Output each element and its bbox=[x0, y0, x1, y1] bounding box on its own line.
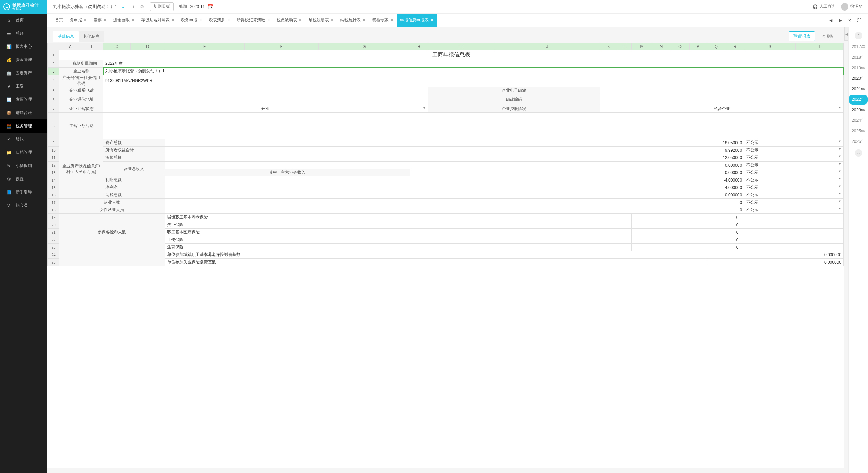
finance-value[interactable]: 0.000000 bbox=[165, 191, 744, 199]
base-value[interactable]: 0.000000 bbox=[707, 259, 843, 266]
tab-next-button[interactable]: ▶ bbox=[835, 16, 845, 25]
status-dropdown[interactable]: 开业 bbox=[103, 105, 428, 113]
finance-value[interactable]: -4.000000 bbox=[165, 176, 744, 184]
row-header[interactable]: 21 bbox=[48, 229, 59, 236]
year-item[interactable]: 2025年 bbox=[849, 126, 868, 136]
insurance-value[interactable]: 0 bbox=[632, 244, 844, 251]
reg-value[interactable]: 91320811MA7NGR2W6R bbox=[103, 75, 844, 87]
tab[interactable]: 首页 bbox=[52, 14, 66, 27]
col-header[interactable]: K bbox=[600, 43, 617, 50]
period-value[interactable]: 2023-11 bbox=[190, 4, 205, 9]
row-header[interactable]: 7 bbox=[48, 105, 59, 113]
close-icon[interactable]: ✕ bbox=[227, 18, 230, 22]
pub-dropdown[interactable]: 不公示 bbox=[744, 162, 844, 169]
sidebar-item-salary[interactable]: ¥工资 bbox=[0, 80, 47, 93]
subtab-basic[interactable]: 基础信息 bbox=[53, 31, 79, 42]
year-item[interactable]: 2019年 bbox=[849, 63, 868, 73]
year-item[interactable]: 2020年 bbox=[849, 74, 868, 83]
calendar-icon[interactable]: 📅 bbox=[208, 4, 213, 10]
sidebar-item-archive[interactable]: 📁归档管理 bbox=[0, 146, 47, 159]
pub-dropdown[interactable]: 不公示 bbox=[744, 184, 844, 191]
pub-dropdown[interactable]: 不公示 bbox=[744, 191, 844, 199]
pub-dropdown[interactable]: 不公示 bbox=[744, 147, 844, 154]
account-selector[interactable]: 刘小艳演示账套（勿删勿动！）1 ⌄ bbox=[53, 4, 129, 10]
row-header[interactable]: 6 bbox=[48, 94, 59, 105]
tab[interactable]: 存货别名对照表✕ bbox=[138, 14, 178, 27]
sidebar-item-stock[interactable]: 📦进销台账 bbox=[0, 106, 47, 119]
row-header[interactable]: 12 bbox=[48, 162, 59, 169]
year-item[interactable]: 2026年 bbox=[849, 137, 868, 147]
close-icon[interactable]: ✕ bbox=[103, 18, 106, 22]
year-up-button[interactable]: ⌃ bbox=[855, 32, 862, 39]
finance-value[interactable]: 18.050000 bbox=[165, 139, 744, 147]
tab[interactable]: 所得税汇算清缴✕ bbox=[233, 14, 273, 27]
tab[interactable]: 纳税波动表✕ bbox=[305, 14, 337, 27]
sidebar-item-asset[interactable]: 🏢固定资产 bbox=[0, 67, 47, 80]
insurance-value[interactable]: 0 bbox=[632, 229, 844, 236]
col-header[interactable]: L bbox=[617, 43, 632, 50]
female-value[interactable]: 0 bbox=[165, 206, 744, 214]
row-header[interactable]: 2 bbox=[48, 60, 59, 68]
email-value[interactable] bbox=[600, 87, 844, 94]
user-menu[interactable]: 徐泽华 bbox=[841, 3, 863, 11]
sidebar-item-settings[interactable]: ⚙设置 bbox=[0, 172, 47, 186]
vertical-scrollbar[interactable] bbox=[844, 27, 848, 473]
col-header[interactable]: F bbox=[244, 43, 318, 50]
tab[interactable]: 发票✕ bbox=[90, 14, 110, 27]
tab[interactable]: 务申报✕ bbox=[66, 14, 90, 27]
row-header[interactable]: 20 bbox=[48, 221, 59, 229]
year-item[interactable]: 2023年 bbox=[849, 105, 868, 115]
pub-dropdown[interactable]: 不公示 bbox=[744, 169, 844, 176]
tab[interactable]: 税负波动表✕ bbox=[273, 14, 305, 27]
row-header[interactable]: 15 bbox=[48, 184, 59, 191]
finance-value[interactable]: -4.000000 bbox=[165, 184, 744, 191]
year-item[interactable]: 2021年 bbox=[849, 84, 868, 94]
old-version-button[interactable]: 切到旧版 bbox=[150, 2, 174, 11]
employee-value[interactable]: 0 bbox=[165, 199, 744, 206]
tab[interactable]: 税务申报✕ bbox=[178, 14, 205, 27]
close-icon[interactable]: ✕ bbox=[199, 18, 202, 22]
year-down-button[interactable]: ⌄ bbox=[855, 149, 862, 157]
close-icon[interactable]: ✕ bbox=[299, 18, 302, 22]
year-item[interactable]: 2018年 bbox=[849, 53, 868, 62]
subtab-other[interactable]: 其他信息 bbox=[79, 31, 104, 42]
row-header[interactable]: 10 bbox=[48, 147, 59, 154]
sidebar-item-ledger[interactable]: ☰总账 bbox=[0, 27, 47, 40]
finance-value[interactable]: 12.050000 bbox=[165, 154, 744, 162]
col-header[interactable]: G bbox=[318, 43, 410, 50]
employee-pub-dropdown[interactable]: 不公示 bbox=[744, 199, 844, 206]
row-header[interactable]: 24 bbox=[48, 251, 59, 259]
finance-subvalue[interactable]: 0.000000 bbox=[410, 169, 744, 176]
close-icon[interactable]: ✕ bbox=[171, 18, 174, 22]
col-header[interactable]: R bbox=[726, 43, 744, 50]
pub-dropdown[interactable]: 不公示 bbox=[744, 176, 844, 184]
close-icon[interactable]: ✕ bbox=[331, 18, 334, 22]
col-header[interactable]: Q bbox=[707, 43, 726, 50]
col-header[interactable]: O bbox=[670, 43, 690, 50]
tab[interactable]: 年报信息申报表✕ bbox=[397, 14, 437, 27]
consult-button[interactable]: 🎧 人工咨询 bbox=[813, 4, 835, 10]
plus-icon[interactable]: + bbox=[132, 4, 135, 10]
tab[interactable]: 进销台账✕ bbox=[110, 14, 138, 27]
close-icon[interactable]: ✕ bbox=[430, 18, 433, 22]
row-header[interactable]: 16 bbox=[48, 191, 59, 199]
finance-value[interactable]: 0.000000 bbox=[165, 162, 744, 169]
finance-value[interactable]: 9.992000 bbox=[165, 147, 744, 154]
sidebar-item-guide[interactable]: 📘新手引导 bbox=[0, 186, 47, 199]
close-icon[interactable]: ✕ bbox=[390, 18, 393, 22]
row-header[interactable]: 14 bbox=[48, 176, 59, 184]
tab-prev-button[interactable]: ◀ bbox=[826, 16, 835, 25]
gear-icon[interactable]: ⚙ bbox=[140, 4, 144, 10]
col-header[interactable]: C bbox=[103, 43, 131, 50]
col-header[interactable]: T bbox=[796, 43, 844, 50]
col-header[interactable]: P bbox=[690, 43, 707, 50]
row-header[interactable]: 4 bbox=[48, 75, 59, 87]
pub-dropdown[interactable]: 不公示 bbox=[744, 139, 844, 147]
sidebar-item-expense[interactable]: ↻小畅报销 bbox=[0, 159, 47, 172]
tab[interactable]: 税检专家✕ bbox=[369, 14, 397, 27]
col-header[interactable]: N bbox=[652, 43, 670, 50]
col-header[interactable]: H bbox=[410, 43, 428, 50]
insurance-value[interactable]: 0 bbox=[632, 214, 844, 221]
close-icon[interactable]: ✕ bbox=[362, 18, 366, 22]
year-item[interactable]: 2024年 bbox=[849, 116, 868, 126]
